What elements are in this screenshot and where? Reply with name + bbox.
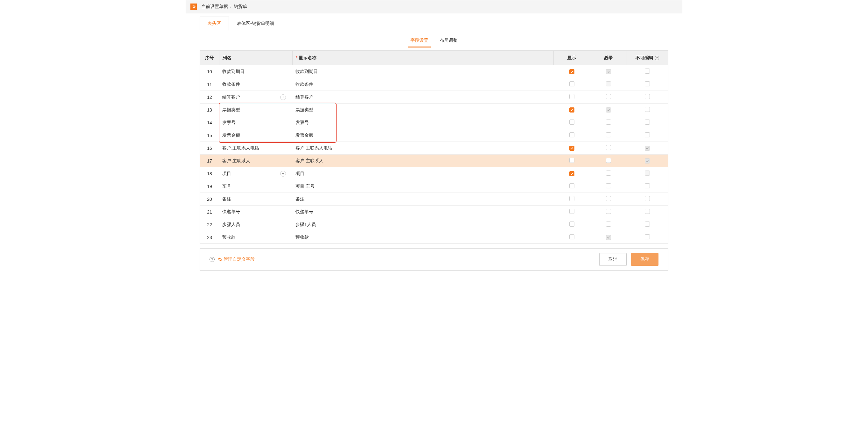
table-row: 17 客户.主联系人 客户.主联系人 bbox=[200, 154, 668, 167]
readonly-checkbox[interactable] bbox=[645, 81, 650, 86]
cell-display-name[interactable]: 发票号 bbox=[292, 116, 553, 129]
cell-display-name[interactable]: 项目 bbox=[292, 167, 553, 180]
readonly-checkbox[interactable] bbox=[645, 234, 650, 239]
show-checkbox[interactable] bbox=[569, 107, 575, 113]
required-checkbox[interactable] bbox=[606, 132, 611, 137]
cell-name: 发票金额 bbox=[219, 129, 292, 142]
readonly-checkbox[interactable] bbox=[645, 119, 650, 125]
cell-readonly bbox=[627, 206, 668, 218]
required-checkbox[interactable] bbox=[606, 171, 611, 176]
table-row: 10 收款到期日 收款到期日 bbox=[200, 65, 668, 78]
required-checkbox[interactable] bbox=[606, 183, 611, 189]
cell-required bbox=[590, 180, 627, 193]
required-checkbox[interactable] bbox=[606, 145, 611, 150]
readonly-checkbox[interactable] bbox=[645, 94, 650, 99]
cell-seq: 15 bbox=[200, 129, 219, 142]
cell-display-name[interactable]: 预收款 bbox=[292, 231, 553, 244]
cell-display-name[interactable]: 步骤1人员 bbox=[292, 218, 553, 231]
readonly-checkbox[interactable] bbox=[645, 196, 650, 201]
show-checkbox[interactable] bbox=[569, 119, 575, 125]
cancel-button[interactable]: 取消 bbox=[599, 253, 627, 266]
cell-required bbox=[590, 206, 627, 218]
cell-display-name[interactable]: 备注 bbox=[292, 193, 553, 206]
page-title: 当前设置单据： 销货单 bbox=[201, 4, 247, 9]
cell-display-name[interactable]: 结算客户 bbox=[292, 91, 553, 104]
save-button[interactable]: 保存 bbox=[631, 253, 658, 266]
show-checkbox[interactable] bbox=[569, 81, 575, 86]
th-seq: 序号 bbox=[200, 51, 219, 65]
help-icon[interactable]: ? bbox=[210, 257, 215, 262]
field-name-label: 项目 bbox=[222, 171, 231, 177]
subtab-field-settings[interactable]: 字段设置 bbox=[408, 34, 431, 47]
show-checkbox[interactable] bbox=[569, 158, 575, 163]
required-checkbox bbox=[606, 81, 611, 86]
table-row: 21 快递单号 快递单号 bbox=[200, 206, 668, 218]
cell-required bbox=[590, 154, 627, 167]
readonly-checkbox[interactable] bbox=[645, 209, 650, 214]
cell-readonly bbox=[627, 142, 668, 154]
required-checkbox bbox=[606, 69, 611, 74]
show-checkbox[interactable] bbox=[569, 94, 575, 99]
cell-display-name[interactable]: 票据类型 bbox=[292, 104, 553, 116]
cell-display-name[interactable]: 收款条件 bbox=[292, 78, 553, 91]
cell-seq: 10 bbox=[200, 65, 219, 78]
cell-readonly bbox=[627, 193, 668, 206]
required-checkbox[interactable] bbox=[606, 222, 611, 227]
show-checkbox[interactable] bbox=[569, 222, 575, 227]
cell-display-name[interactable]: 项目.车号 bbox=[292, 180, 553, 193]
required-star-icon: * bbox=[296, 55, 298, 60]
cell-display-name[interactable]: 客户.主联系人 bbox=[292, 154, 553, 167]
readonly-checkbox[interactable] bbox=[645, 107, 650, 112]
show-checkbox[interactable] bbox=[569, 132, 575, 137]
plus-button[interactable]: + bbox=[280, 171, 286, 177]
readonly-checkbox[interactable] bbox=[645, 132, 650, 137]
manage-custom-fields-link[interactable]: 管理自定义字段 bbox=[218, 257, 255, 262]
show-checkbox[interactable] bbox=[569, 69, 575, 74]
table-row: 20 备注 备注 bbox=[200, 193, 668, 206]
cell-name: 收款到期日 bbox=[219, 65, 292, 78]
readonly-checkbox[interactable] bbox=[645, 222, 650, 227]
help-icon[interactable]: ? bbox=[655, 56, 659, 60]
cell-display-name[interactable]: 发票金额 bbox=[292, 129, 553, 142]
required-checkbox[interactable] bbox=[606, 119, 611, 125]
subtab-layout-adjust[interactable]: 布局调整 bbox=[437, 34, 460, 47]
tab-body-area[interactable]: 表体区-销货单明细 bbox=[229, 17, 282, 31]
show-checkbox[interactable] bbox=[569, 183, 575, 189]
cell-required bbox=[590, 116, 627, 129]
th-show: 显示 bbox=[553, 51, 590, 65]
cell-display-name[interactable]: 客户.主联系人电话 bbox=[292, 142, 553, 154]
required-checkbox bbox=[606, 235, 611, 240]
cell-name: 快递单号 bbox=[219, 206, 292, 218]
required-checkbox[interactable] bbox=[606, 94, 611, 99]
cell-readonly bbox=[627, 218, 668, 231]
cell-display-name[interactable]: 快递单号 bbox=[292, 206, 553, 218]
title-value: 销货单 bbox=[234, 4, 247, 9]
show-checkbox[interactable] bbox=[569, 209, 575, 214]
plus-button[interactable]: + bbox=[280, 94, 286, 100]
cell-show bbox=[553, 142, 590, 154]
cell-required bbox=[590, 167, 627, 180]
cell-display-name[interactable]: 收款到期日 bbox=[292, 65, 553, 78]
show-checkbox[interactable] bbox=[569, 234, 575, 239]
tab-header-area[interactable]: 表头区 bbox=[199, 17, 229, 31]
title-label: 当前设置单据： bbox=[201, 4, 232, 9]
cell-show bbox=[553, 116, 590, 129]
table-row: 23 预收款 预收款 bbox=[200, 231, 668, 244]
cell-name: 发票号 bbox=[219, 116, 292, 129]
cell-required bbox=[590, 218, 627, 231]
show-checkbox[interactable] bbox=[569, 146, 575, 151]
readonly-checkbox[interactable] bbox=[645, 68, 650, 74]
readonly-checkbox[interactable] bbox=[645, 183, 650, 189]
table-row: 14 发票号 发票号 bbox=[200, 116, 668, 129]
cell-readonly bbox=[627, 154, 668, 167]
field-name-label: 客户.主联系人 bbox=[222, 158, 250, 164]
cell-readonly bbox=[627, 104, 668, 116]
show-checkbox[interactable] bbox=[569, 196, 575, 201]
cell-readonly bbox=[627, 129, 668, 142]
cell-seq: 22 bbox=[200, 218, 219, 231]
required-checkbox[interactable] bbox=[606, 158, 611, 163]
expand-panel-button[interactable] bbox=[190, 3, 197, 10]
required-checkbox[interactable] bbox=[606, 209, 611, 214]
show-checkbox[interactable] bbox=[569, 171, 575, 176]
required-checkbox[interactable] bbox=[606, 196, 611, 201]
